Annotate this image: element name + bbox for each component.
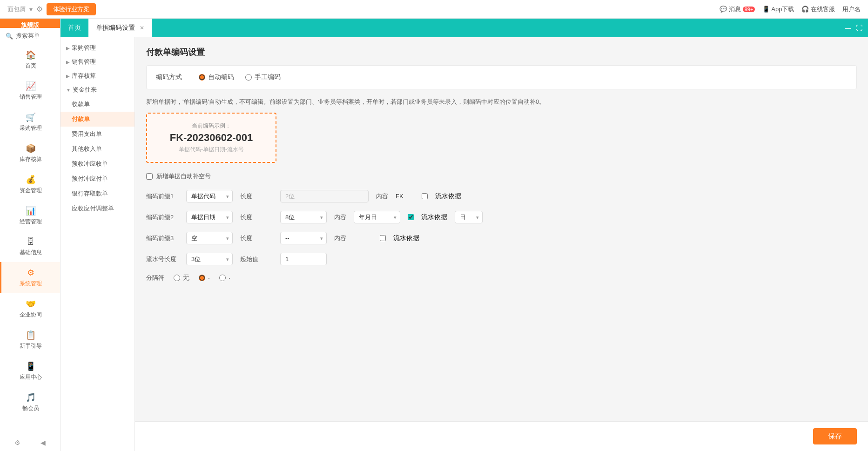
sidebar-item-member[interactable]: 🎵 畅会员 xyxy=(0,387,60,418)
stream2-select[interactable]: 年 月 日 xyxy=(455,211,483,223)
auto-encode-input[interactable] xyxy=(199,74,205,81)
preview-label: 当前编码示例： xyxy=(161,122,262,130)
encoding-method-card: 编码方式 自动编码 手工编码 xyxy=(146,65,857,89)
config-row-2: 编码前缀2 单据代码 单据日期 空 长度 6位 8位 10位 xyxy=(146,211,857,223)
chevron-right-sales-icon: ▶ xyxy=(66,60,70,65)
sidebar-bottom: ⚙ ◀ xyxy=(0,434,60,451)
auto-encode-radio[interactable]: 自动编码 xyxy=(199,73,234,81)
sub-group-purchase[interactable]: ▶ 采购管理 xyxy=(61,41,135,55)
content2-select[interactable]: 年 年月 年月日 xyxy=(354,211,400,223)
experience-btn[interactable]: 体验行业方案 xyxy=(47,3,96,15)
sub-item-other-income[interactable]: 其他收入单 xyxy=(61,141,135,156)
stream1-checkbox[interactable] xyxy=(422,193,428,199)
guide-icon: 📋 xyxy=(26,330,36,340)
message-badge: 99+ xyxy=(743,7,755,12)
stream1-label: 流水依据 xyxy=(435,192,461,201)
sidebar-label-home: 首页 xyxy=(25,62,36,70)
start-value-input[interactable] xyxy=(280,253,327,265)
auto-fill-checkbox[interactable] xyxy=(146,173,153,180)
sub-item-payment[interactable]: 付款单 xyxy=(61,112,135,127)
search-icon: 🔍 xyxy=(6,33,13,40)
content3-prefix: 内容 xyxy=(334,234,346,242)
main-panel: 付款单编码设置 编码方式 自动编码 手工编码 xyxy=(135,37,868,421)
sidebar-label-basic: 基础信息 xyxy=(20,249,42,256)
stream2-select-wrapper: 年 月 日 xyxy=(455,211,483,223)
sep-none-radio[interactable]: 无 xyxy=(174,274,189,282)
prefix2-select[interactable]: 单据代码 单据日期 空 xyxy=(186,211,233,223)
collapse-icon[interactable]: ◀ xyxy=(40,439,46,446)
tab-bar-expand[interactable]: ⛶ xyxy=(856,24,862,32)
tab-encoding-label: 单据编码设置 xyxy=(96,24,135,32)
online-service[interactable]: 🎧 在线客服 xyxy=(801,5,835,13)
nav-arrows[interactable]: ▾ xyxy=(29,6,33,13)
username[interactable]: 用户名 xyxy=(842,5,861,13)
sidebar-item-home[interactable]: 🏠 首页 xyxy=(0,44,60,75)
sub-item-adjustment[interactable]: 应收应付调整单 xyxy=(61,201,135,216)
sub-group-stock[interactable]: ▶ 库存核算 xyxy=(61,69,135,83)
settings-icon[interactable]: ⚙ xyxy=(36,5,43,13)
serial-length-select-wrapper: 2位 3位 4位 xyxy=(186,253,233,265)
auto-fill-row: 新增单据自动补空号 xyxy=(146,172,857,181)
home-icon: 🏠 xyxy=(26,50,36,60)
sidebar-item-app[interactable]: 📱 应用中心 xyxy=(0,356,60,387)
sidebar-item-corp[interactable]: 🤝 企业协同 xyxy=(0,293,60,324)
sidebar-item-basic[interactable]: 🗄 基础信息 xyxy=(0,231,60,262)
length3-select[interactable]: -- xyxy=(280,232,327,244)
sub-group-finance[interactable]: ▼ 资金往来 xyxy=(61,83,135,97)
prefix3-select-wrapper: 单据代码 单据日期 空 xyxy=(186,232,233,244)
sub-item-prepay-recv[interactable]: 预收冲应收单 xyxy=(61,156,135,171)
sep-dot-radio[interactable]: · xyxy=(199,274,210,282)
bottom-bar: 保存 xyxy=(135,421,868,451)
top-bar-right: 💬 消息 99+ 📱 App下载 🎧 在线客服 用户名 xyxy=(720,5,861,13)
sidebar-item-finance[interactable]: 💰 资金管理 xyxy=(0,169,60,200)
save-button[interactable]: 保存 xyxy=(813,428,857,444)
prefix1-select[interactable]: 单据代码 单据日期 空 xyxy=(186,190,233,202)
sidebar-item-system[interactable]: ⚙ 系统管理 xyxy=(0,262,60,293)
manual-encode-radio[interactable]: 手工编码 xyxy=(245,73,281,81)
stream2-checkbox[interactable] xyxy=(408,214,414,220)
tab-encoding[interactable]: 单据编码设置 ✕ xyxy=(88,19,152,37)
stream3-checkbox[interactable] xyxy=(380,235,386,241)
manual-encode-input[interactable] xyxy=(245,74,252,81)
sub-item-prepay-pay[interactable]: 预付冲应付单 xyxy=(61,171,135,186)
start-value-label: 起始值 xyxy=(240,255,273,263)
app-download[interactable]: 📱 App下载 xyxy=(762,5,794,13)
top-bar-left: 面包屑 ▾ ⚙ 体验行业方案 xyxy=(7,3,96,15)
sep-dash-input[interactable] xyxy=(219,275,226,281)
message-icon[interactable]: 💬 消息 99+ xyxy=(720,5,755,13)
serial-length-select[interactable]: 2位 3位 4位 xyxy=(186,253,233,265)
prefix3-select[interactable]: 单据代码 单据日期 空 xyxy=(186,232,233,244)
length2-select-wrapper: 6位 8位 10位 xyxy=(280,211,327,223)
length2-select[interactable]: 6位 8位 10位 xyxy=(280,211,327,223)
sidebar-item-purchase[interactable]: 🛒 采购管理 xyxy=(0,107,60,138)
sidebar-item-sales[interactable]: 📈 销售管理 xyxy=(0,75,60,107)
sub-item-receipt[interactable]: 收款单 xyxy=(61,97,135,112)
sidebar-item-stock[interactable]: 📦 库存核算 xyxy=(0,138,60,169)
sub-item-expense[interactable]: 费用支出单 xyxy=(61,127,135,141)
prefix2-select-wrapper: 单据代码 单据日期 空 xyxy=(186,211,233,223)
sep-none-input[interactable] xyxy=(174,275,180,281)
tab-close-icon[interactable]: ✕ xyxy=(140,25,144,31)
sep-dash-radio[interactable]: · xyxy=(219,274,230,282)
app-icon: 📱 xyxy=(26,361,36,371)
sub-group-stock-label: 库存核算 xyxy=(72,72,96,80)
sub-sidebar: ▶ 采购管理 ▶ 销售管理 ▶ 库存核算 ▼ 资金往来 收款单 付款单 费用支出… xyxy=(61,37,135,451)
settings-bottom-icon[interactable]: ⚙ xyxy=(14,439,20,446)
top-bar: 面包屑 ▾ ⚙ 体验行业方案 💬 消息 99+ 📱 App下载 🎧 在线客服 用… xyxy=(0,0,868,19)
manual-encode-label: 手工编码 xyxy=(255,73,281,81)
sidebar-label-purchase: 采购管理 xyxy=(20,124,42,132)
tab-bar-minimize[interactable]: — xyxy=(845,24,851,32)
sidebar-item-guide[interactable]: 📋 新手引导 xyxy=(0,324,60,356)
sales-icon: 📈 xyxy=(26,81,36,91)
system-icon: ⚙ xyxy=(27,268,34,278)
sidebar-item-operation[interactable]: 📊 经营管理 xyxy=(0,200,60,231)
sub-group-sales[interactable]: ▶ 销售管理 xyxy=(61,55,135,69)
content2-select-wrapper: 年 年月 年月日 xyxy=(354,211,400,223)
tab-home[interactable]: 首页 xyxy=(61,19,88,37)
sidebar-search[interactable]: 🔍 搜索菜单 xyxy=(0,28,60,44)
sub-item-bank[interactable]: 银行存取款单 xyxy=(61,186,135,201)
content-area: ▶ 采购管理 ▶ 销售管理 ▶ 库存核算 ▼ 资金往来 收款单 付款单 费用支出… xyxy=(61,37,868,451)
sep-dot-input[interactable] xyxy=(199,275,205,281)
basic-icon: 🗄 xyxy=(27,237,35,247)
sep-dot-label: · xyxy=(208,274,210,282)
